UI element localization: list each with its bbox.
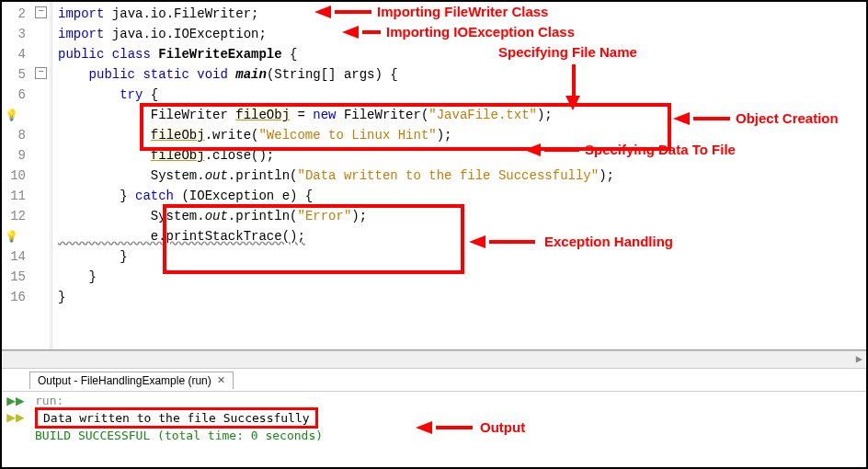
gutter: 2− 3 4 5− 6 💡 8 9 10 11 12 💡 14 15 16: [2, 2, 52, 349]
tab-label: Output - FileHandlingExample (run): [38, 374, 211, 387]
keyword: class: [112, 47, 151, 62]
output-line: BUILD SUCCESSFUL (total time: 0 seconds): [35, 429, 323, 442]
line-number: 10: [2, 168, 29, 183]
horizontal-scrollbar[interactable]: ▶: [2, 350, 866, 369]
line-number: 3: [2, 27, 29, 41]
lightbulb-icon[interactable]: 💡: [2, 230, 20, 244]
code-text: java.io.IOException;: [104, 27, 266, 41]
method-name: main: [235, 67, 267, 82]
line-number: 11: [2, 189, 29, 203]
output-panel: ▶▶ ▶▶ run: Data written to the file Succ…: [2, 392, 866, 463]
code-text: e.printStackTrace();: [58, 229, 305, 244]
output-tabbar: Output - FileHandlingExample (run)✕: [2, 369, 866, 392]
output-tab[interactable]: Output - FileHandlingExample (run)✕: [29, 372, 234, 389]
line-number: 9: [2, 148, 29, 163]
line-number: 8: [2, 128, 29, 143]
string-literal: "Error": [297, 209, 351, 223]
string-literal: "Data written to the file Successfully": [297, 168, 599, 183]
output-gutter: ▶▶ ▶▶: [2, 392, 29, 463]
field: out: [205, 168, 228, 183]
scroll-right-icon[interactable]: ▶: [856, 352, 862, 366]
line-number: 5: [2, 67, 29, 82]
keyword: import: [58, 27, 104, 41]
output-line: run:: [35, 394, 323, 407]
line-number: 15: [2, 269, 29, 284]
fold-toggle[interactable]: −: [35, 6, 47, 18]
output-text[interactable]: run: Data written to the file Successful…: [29, 392, 328, 463]
lightbulb-icon[interactable]: 💡: [2, 109, 20, 122]
variable: fileObj: [151, 128, 205, 143]
output-line: Data written to the file Successfully: [35, 407, 318, 429]
close-icon[interactable]: ✕: [217, 374, 225, 386]
line-number: 2: [2, 6, 29, 21]
string-literal: "Welcome to Linux Hint": [258, 128, 436, 143]
arrow-down-icon: [565, 96, 580, 110]
annotation: Output: [416, 419, 525, 435]
rerun-icon[interactable]: ▶▶: [6, 412, 24, 425]
line-number: 4: [2, 47, 29, 62]
line-number: 12: [2, 209, 29, 223]
code-editor[interactable]: 2− 3 4 5− 6 💡 8 9 10 11 12 💡 14 15 16 im…: [2, 2, 866, 350]
line-number: 16: [2, 290, 29, 304]
variable: fileObj: [235, 108, 290, 122]
line-number: 6: [2, 87, 29, 102]
code-area[interactable]: import java.io.FileWriter; import java.i…: [52, 2, 866, 349]
variable: fileObj: [151, 148, 205, 163]
keyword: public: [58, 47, 104, 62]
field: out: [205, 209, 228, 223]
run-icon[interactable]: ▶▶: [6, 395, 24, 408]
fold-toggle[interactable]: −: [35, 67, 47, 79]
line-number: 14: [2, 249, 29, 264]
string-literal: "JavaFile.txt": [428, 108, 537, 122]
keyword: import: [58, 6, 104, 21]
class-name: FileWriteExample: [158, 47, 281, 62]
code-text: java.io.FileWriter;: [104, 6, 258, 21]
